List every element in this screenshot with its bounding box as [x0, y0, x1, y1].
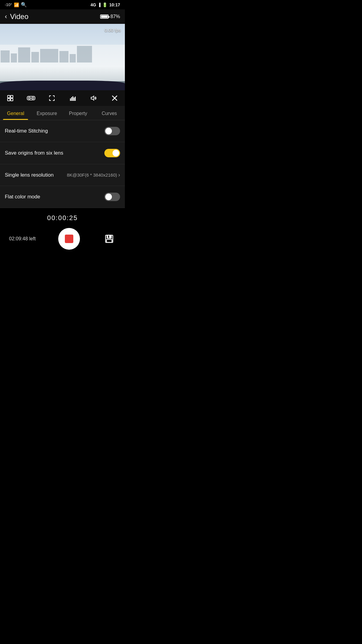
save-origins-toggle[interactable]	[104, 149, 120, 157]
svg-rect-19	[108, 235, 109, 238]
crosshair-icon[interactable]	[5, 93, 16, 104]
save-origins-row: Save origins from six lens	[0, 142, 125, 164]
expand-icon[interactable]	[46, 93, 57, 104]
save-origins-label: Save origins from six lens	[5, 150, 104, 156]
svg-marker-13	[91, 96, 94, 100]
svg-point-5	[28, 97, 30, 99]
time-left-label: 02:09:48 left	[9, 236, 36, 242]
record-button[interactable]	[58, 228, 80, 250]
battery-info: 87%	[100, 14, 120, 19]
volume-icon[interactable]	[88, 93, 99, 104]
page-title: Video	[10, 12, 28, 21]
svg-rect-18	[106, 239, 112, 242]
video-preview[interactable]: 0.00 fps	[0, 24, 125, 90]
tab-property[interactable]: Property	[62, 106, 94, 120]
resolution-value: 8K@30F(6 * 3840x2160)	[67, 172, 117, 178]
realtime-stitching-row: Real-time Stitching	[0, 120, 125, 142]
toggle-knob-3	[105, 194, 112, 200]
buildings-bg	[0, 49, 125, 62]
dark-cloth-bg	[0, 81, 125, 90]
signal-bars-icon: ▐	[98, 3, 101, 7]
video-controls-bar	[0, 90, 125, 106]
flat-color-mode-toggle[interactable]	[104, 193, 120, 201]
single-lens-resolution-label: Single lens resolution	[5, 172, 67, 178]
close-icon[interactable]	[109, 93, 120, 104]
realtime-stitching-label: Real-time Stitching	[5, 128, 104, 134]
signal-label: 4G	[91, 2, 96, 7]
svg-point-6	[32, 97, 34, 99]
battery-icon	[100, 14, 109, 19]
snow-scene	[0, 24, 125, 90]
header-left: ‹ Video	[5, 12, 28, 21]
tab-general[interactable]: General	[0, 106, 31, 120]
svg-rect-2	[8, 98, 10, 101]
svg-rect-9	[71, 97, 72, 101]
svg-rect-0	[8, 95, 10, 98]
single-lens-resolution-dropdown[interactable]: 8K@30F(6 * 3840x2160) ›	[67, 172, 120, 178]
tab-curves[interactable]: Curves	[94, 106, 125, 120]
status-left: -10° 📶 🔍	[5, 2, 27, 8]
svg-rect-3	[11, 98, 13, 101]
flat-color-mode-row: Flat color mode	[0, 186, 125, 208]
vr-icon[interactable]	[26, 93, 37, 104]
back-button[interactable]: ‹	[5, 13, 7, 21]
time-label: 10:17	[109, 2, 120, 7]
battery-status-icon: 🔋	[102, 2, 107, 7]
realtime-stitching-toggle[interactable]	[104, 127, 120, 135]
single-lens-resolution-row[interactable]: Single lens resolution 8K@30F(6 * 3840x2…	[0, 164, 125, 186]
temperature-label: -10°	[5, 2, 12, 7]
search-icon[interactable]: 🔍	[21, 2, 27, 8]
battery-percent: 87%	[110, 14, 120, 19]
svg-rect-1	[11, 95, 13, 98]
settings-list: Real-time Stitching Save origins from si…	[0, 120, 125, 208]
svg-rect-12	[75, 97, 76, 101]
save-button[interactable]	[103, 232, 116, 245]
wifi-icon: 📶	[14, 2, 19, 7]
record-row: 02:09:48 left	[0, 228, 125, 250]
svg-rect-8	[70, 98, 71, 101]
toggle-knob-2	[113, 150, 119, 156]
header: ‹ Video 87%	[0, 9, 125, 24]
svg-rect-11	[74, 98, 75, 101]
tab-exposure[interactable]: Exposure	[31, 106, 63, 120]
status-bar: -10° 📶 🔍 4G ▐ 🔋 10:17	[0, 0, 125, 9]
flat-color-mode-label: Flat color mode	[5, 194, 104, 200]
timer-display: 00:00:25	[47, 214, 78, 222]
status-right: 4G ▐ 🔋 10:17	[91, 2, 120, 7]
dropdown-arrow-icon: ›	[118, 172, 120, 178]
record-stop-icon	[65, 235, 73, 243]
tabs-bar: General Exposure Property Curves	[0, 106, 125, 120]
chart-icon[interactable]	[68, 93, 78, 104]
svg-rect-10	[72, 96, 73, 101]
toggle-knob	[105, 128, 112, 134]
fps-display: 0.00 fps	[105, 27, 121, 33]
bottom-area: 00:00:25 02:09:48 left	[0, 208, 125, 256]
